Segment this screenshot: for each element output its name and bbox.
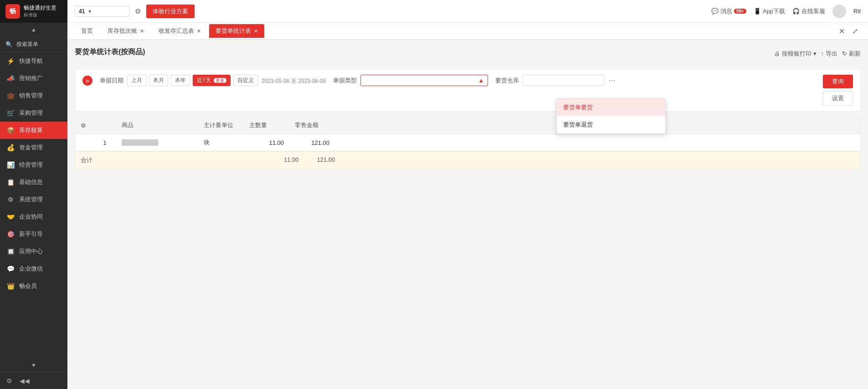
user-name[interactable]: Rit — [853, 8, 861, 15]
content-area: 要货单统计表(按商品) 🖨 按模板打印 ▾ ↑ 导出 ↻ 刷新 » — [67, 40, 868, 389]
sidebar-item-label: 畅会员 — [19, 282, 37, 290]
app-download-label: App下载 — [763, 7, 785, 15]
sidebar-item-operations[interactable]: 📊 经营管理 — [0, 156, 67, 174]
messages-badge: 99+ — [734, 9, 746, 14]
tab-order-stats-close[interactable]: ✕ — [254, 28, 258, 34]
filter-more-icon[interactable]: ··· — [608, 76, 615, 85]
message-icon: 💬 — [711, 8, 719, 15]
inventory-icon: 📦 — [6, 127, 15, 134]
print-btn[interactable]: 🖨 按模板打印 ▾ — [774, 50, 817, 58]
online-service-item[interactable]: 🎧 在线客服 — [792, 7, 825, 15]
settings-btn[interactable]: 设置 — [823, 91, 853, 106]
dropdown-item-request[interactable]: 要货单要货 — [557, 99, 665, 116]
sidebar-item-label: 库存核算 — [19, 126, 43, 134]
sidebar-item-inventory[interactable]: 📦 库存核算 — [0, 122, 67, 139]
warehouse-filter-label: 要货仓库 — [495, 77, 519, 85]
sidebar-item-label: 快捷导航 — [19, 57, 43, 65]
sidebar-header: 畅 畅捷通好生意 标准版 — [0, 0, 67, 23]
sidebar-item-label: 企业微信 — [19, 265, 43, 273]
app-download-item[interactable]: 📱 App下载 — [754, 7, 785, 15]
export-btn[interactable]: ↑ 导出 — [821, 50, 838, 58]
sidebar-search[interactable]: 🔍 搜索菜单 — [0, 37, 67, 52]
table-row: 1 块 11.00 121.00 — [75, 134, 860, 151]
tab-inventory-batch-close[interactable]: ✕ — [140, 28, 144, 34]
tabs-bar-end: ✕ ⤢ — [836, 26, 861, 36]
tab-receive-summary-close[interactable]: ✕ — [197, 28, 201, 34]
row-num: 1 — [93, 134, 116, 151]
sidebar-item-label: 系统管理 — [19, 195, 43, 204]
topbar-right: 💬 消息 99+ 📱 App下载 🎧 在线客服 Rit — [711, 5, 861, 18]
date-btn-last-7[interactable]: 近7天 更多 — [193, 75, 231, 86]
tab-home[interactable]: 首页 — [75, 24, 99, 38]
row-unit: 块 — [198, 134, 244, 151]
quick-nav-icon: ⚡ — [6, 57, 15, 65]
date-btn-last-month[interactable]: 上月 — [127, 75, 146, 86]
row-qty: 11.00 — [244, 134, 289, 151]
sidebar-item-basic-info[interactable]: 📋 基础信息 — [0, 174, 67, 191]
tab-close-all-btn[interactable]: ✕ — [836, 26, 847, 36]
app-logo: 畅 — [5, 4, 20, 19]
sidebar-item-label: 资金管理 — [19, 143, 43, 152]
sidebar-item-sales[interactable]: 💼 销售管理 — [0, 87, 67, 104]
refresh-btn[interactable]: ↻ 刷新 — [842, 50, 861, 58]
tab-inventory-batch[interactable]: 库存批次账 ✕ — [101, 24, 150, 38]
table-settings-icon[interactable]: ⚙ — [81, 122, 86, 129]
tab-home-label: 首页 — [81, 27, 93, 35]
col-header-qty: 主数量 — [244, 117, 289, 134]
tab-receive-summary[interactable]: 收发存汇总表 ✕ — [152, 24, 207, 38]
settings-icon[interactable]: ⚙ — [6, 377, 12, 384]
industry-btn[interactable]: 体验行业方案 — [146, 5, 195, 18]
row-amount: 121.00 — [289, 134, 335, 151]
marketing-icon: 📣 — [6, 75, 15, 82]
sidebar-item-system[interactable]: ⚙ 系统管理 — [0, 191, 67, 208]
sidebar-scroll-up[interactable]: ▲ — [29, 25, 38, 35]
row-gear — [75, 134, 93, 151]
sidebar-item-member[interactable]: 👑 畅会员 — [0, 277, 67, 295]
col-header-amount: 零售金额 — [289, 117, 335, 134]
avatar[interactable] — [832, 5, 846, 18]
messages-item[interactable]: 💬 消息 99+ — [711, 7, 746, 15]
table-header-row: ⚙ 商品 主计量单位 主数量 零售金额 — [75, 117, 860, 134]
dropdown-item-request-label: 要货单要货 — [563, 104, 593, 111]
topbar-dropdown-arrow[interactable]: ▾ — [88, 8, 91, 15]
topbar-gear-icon[interactable]: ⚙ — [135, 7, 141, 15]
sidebar-item-marketing[interactable]: 📣 营销推广 — [0, 70, 67, 87]
sidebar-scroll-down[interactable]: ▼ — [29, 360, 38, 370]
topbar-search-num: 41 — [79, 8, 85, 15]
dropdown-item-return[interactable]: 要货单退货 — [557, 116, 665, 133]
finance-icon: 💰 — [6, 144, 15, 151]
tab-inventory-batch-label: 库存批次账 — [108, 27, 137, 35]
export-label: 导出 — [826, 50, 837, 58]
date-btn-custom[interactable]: 自定义 — [233, 75, 258, 86]
product-blur-text — [122, 139, 158, 146]
sidebar-item-finance[interactable]: 💰 资金管理 — [0, 139, 67, 156]
date-filter-label: 单据日期 — [100, 77, 123, 85]
filter-expand-btn[interactable]: » — [82, 76, 92, 86]
sidebar-item-guide[interactable]: 🎯 新手引导 — [0, 225, 67, 243]
print-chevron[interactable]: ▾ — [813, 50, 817, 57]
type-filter-input[interactable]: ▲ — [360, 75, 488, 86]
sidebar-item-quick-nav[interactable]: ⚡ 快捷导航 — [0, 52, 67, 70]
type-filter-label: 单据类型 — [333, 77, 357, 85]
tab-order-stats[interactable]: 要货单统计表 ✕ — [209, 24, 264, 38]
date-btn-this-year[interactable]: 本年 — [171, 75, 190, 86]
sidebar-item-purchase[interactable]: 🛒 采购管理 — [0, 104, 67, 122]
summary-label: 合计 — [81, 156, 92, 164]
filter-actions: 查询 设置 — [823, 75, 853, 106]
sidebar-item-enterprise[interactable]: 🤝 企业协同 — [0, 208, 67, 225]
sidebar-item-app-center[interactable]: 🔲 应用中心 — [0, 243, 67, 260]
type-chevron-up-icon[interactable]: ▲ — [478, 77, 484, 84]
sidebar-item-label: 营销推广 — [19, 74, 43, 82]
date-btn-this-month[interactable]: 本月 — [149, 75, 168, 86]
warehouse-filter-input[interactable] — [523, 75, 605, 86]
sidebar-item-wechat[interactable]: 💬 企业微信 — [0, 260, 67, 277]
collapse-icon[interactable]: ◀◀ — [20, 377, 30, 384]
warehouse-filter-group: 要货仓库 ··· — [495, 75, 615, 86]
summary-qty-value: 11.00 — [284, 156, 299, 164]
sidebar-search-label: 搜索菜单 — [16, 41, 38, 48]
tab-maximize-btn[interactable]: ⤢ — [849, 26, 861, 36]
sidebar-item-label: 基础信息 — [19, 178, 43, 186]
tabs-bar: 首页 库存批次账 ✕ 收发存汇总表 ✕ 要货单统计表 ✕ ✕ ⤢ — [67, 23, 868, 40]
date-badge: 更多 — [214, 78, 226, 83]
query-btn[interactable]: 查询 — [823, 75, 853, 88]
